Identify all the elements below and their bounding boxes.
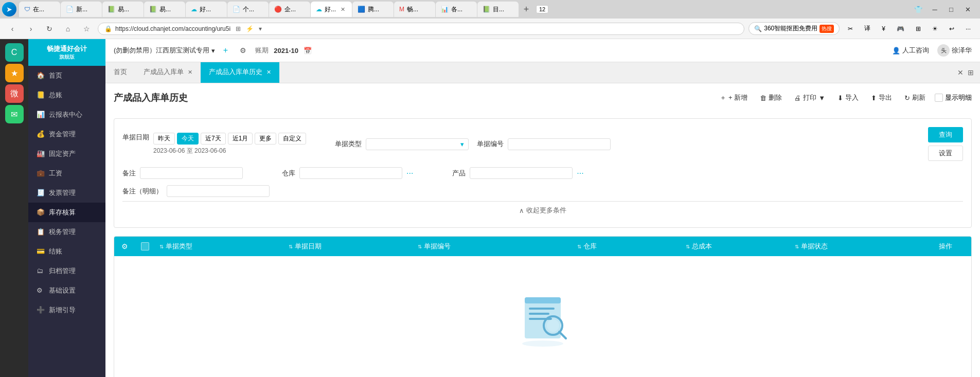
light-tool[interactable]: ☀	[928, 24, 942, 34]
browser-tab-10[interactable]: M 畅...	[394, 2, 435, 17]
date-filter-label: 单据日期	[122, 133, 149, 142]
warehouse-filter-input[interactable]	[299, 167, 402, 179]
col-header-no[interactable]: ⇅ 单据编号	[414, 237, 573, 256]
bookmark-button[interactable]: ☆	[79, 22, 94, 36]
sidebar-item-home[interactable]: 🏠 首页	[28, 66, 105, 85]
browser-tab-1[interactable]: 🛡 在...	[19, 2, 60, 17]
col-header-warehouse[interactable]: ⇅ 仓库	[573, 237, 682, 256]
browser-tab-8[interactable]: ☁ 好... ✕	[311, 2, 352, 17]
app-icon-star[interactable]: ★	[5, 64, 24, 82]
sidebar-item-fixed[interactable]: 🏭 固定资产	[28, 144, 105, 164]
company-select[interactable]: (勿删勿禁用）江西朋宝测试专用 ▾	[114, 46, 215, 55]
refresh-button[interactable]: ↻ 刷新	[901, 92, 929, 104]
minimize-button[interactable]: ─	[929, 3, 941, 15]
col-header-type[interactable]: ⇅ 单据类型	[155, 237, 284, 256]
scissors-tool[interactable]: ✂	[844, 24, 857, 34]
delete-button[interactable]: 🗑 删除	[757, 92, 785, 104]
date-btn-today[interactable]: 今天	[177, 133, 199, 145]
browser-tab-12[interactable]: 📗 目...	[477, 2, 519, 17]
back-button[interactable]: ‹	[5, 22, 20, 36]
product-filter-input[interactable]	[470, 167, 573, 179]
date-btn-more[interactable]: 更多	[255, 133, 276, 145]
filter-settings-button[interactable]: 设置	[928, 146, 963, 161]
table-settings-icon[interactable]: ⚙	[114, 237, 135, 256]
page-tab-list-close[interactable]: ✕	[188, 69, 192, 76]
company-name: (勿删勿禁用）江西朋宝测试专用	[114, 46, 209, 55]
sidebar-item-ledger[interactable]: 📒 总账	[28, 85, 105, 105]
sidebar-item-archive[interactable]: 🗂 归档管理	[28, 261, 105, 281]
browser-nav-icon[interactable]: ➤	[2, 2, 16, 16]
calendar-icon[interactable]: 📅	[304, 47, 312, 55]
display-checkbox[interactable]	[935, 94, 943, 102]
refresh-button[interactable]: ↻	[42, 22, 57, 36]
collapse-button[interactable]: ∧ 收起更多条件	[122, 201, 963, 219]
col-header-date[interactable]: ⇅ 单据日期	[284, 237, 414, 256]
sidebar-item-report[interactable]: 📊 云报表中心	[28, 105, 105, 124]
more-tool[interactable]: ···	[961, 24, 975, 34]
sidebar-item-settings[interactable]: ⚙ 基础设置	[28, 281, 105, 300]
product-dots[interactable]: ···	[577, 169, 583, 178]
sidebar-item-invoice[interactable]: 🧾 发票管理	[28, 183, 105, 203]
search-bar[interactable]: 🔍 360智能抠图免费用 热搜	[749, 22, 840, 35]
import-button[interactable]: ⬇ 导入	[834, 92, 862, 104]
url-bar[interactable]: 🔒 https://cloud.chanjet.com/accounting/u…	[98, 23, 744, 35]
type-filter-select[interactable]: ▾	[366, 138, 469, 150]
browser-tab-5[interactable]: ☁ 好...	[186, 2, 227, 17]
remark-detail-filter-input[interactable]	[167, 185, 270, 197]
display-detail-toggle[interactable]: 显示明细	[935, 93, 972, 102]
new-tab-button[interactable]: +	[519, 2, 533, 16]
date-btn-1month[interactable]: 近1月	[228, 133, 253, 145]
home-button[interactable]: ⌂	[61, 22, 75, 36]
browser-tab-7[interactable]: 🔴 企...	[269, 2, 310, 17]
browser-tab-2[interactable]: 📄 新...	[61, 2, 102, 17]
date-btn-7days[interactable]: 近7天	[201, 133, 226, 145]
tab-area-close-icon[interactable]: ✕	[957, 68, 964, 77]
user-menu[interactable]: 头 徐泽华	[937, 44, 972, 57]
dropdown-arrow[interactable]: ▾	[259, 25, 262, 32]
print-button[interactable]: 🖨 打印 ▼	[791, 92, 828, 104]
shirt-icon-btn[interactable]: 👕	[912, 3, 924, 15]
col-header-cost[interactable]: ⇅ 总成本	[682, 237, 791, 256]
sidebar-item-checkout[interactable]: 💳 结账	[28, 242, 105, 261]
forward-button[interactable]: ›	[24, 22, 38, 36]
close-button[interactable]: ✕	[961, 3, 974, 15]
app-icon-weibo[interactable]: 微	[5, 84, 24, 103]
app-icon-chanjet[interactable]: C	[5, 43, 24, 62]
warehouse-dots[interactable]: ···	[406, 169, 413, 178]
back-tool[interactable]: ↩	[945, 24, 958, 34]
remark-filter-input[interactable]	[140, 167, 243, 179]
no-filter-input[interactable]	[508, 138, 611, 150]
sidebar-item-fund[interactable]: 💰 资金管理	[28, 124, 105, 144]
add-button[interactable]: ＋ + 新增	[717, 92, 751, 104]
maximize-button[interactable]: □	[945, 3, 957, 15]
query-button[interactable]: 查询	[928, 127, 963, 142]
browser-tab-6[interactable]: 📄 个...	[227, 2, 269, 17]
translate-tool[interactable]: 译	[860, 23, 875, 34]
add-company-button[interactable]: +	[220, 45, 230, 56]
browser-tab-11[interactable]: 📊 各...	[436, 2, 477, 17]
sidebar-item-payroll[interactable]: 💼 工资	[28, 164, 105, 183]
company-settings-button[interactable]: ⚙	[236, 43, 250, 58]
sidebar-item-more[interactable]: ➕ 新增引导	[28, 300, 105, 320]
yuan-tool[interactable]: ¥	[878, 24, 889, 34]
grid-tool[interactable]: ⊞	[912, 24, 925, 34]
tab-8-close[interactable]: ✕	[341, 6, 345, 13]
browser-tab-4[interactable]: 📗 易...	[144, 2, 185, 17]
page-tab-home[interactable]: 首页	[105, 62, 135, 83]
col-header-status[interactable]: ⇅ 单据状态	[791, 237, 920, 256]
page-tab-history-close[interactable]: ✕	[266, 69, 271, 76]
page-tab-list[interactable]: 产成品入库单 ✕	[135, 62, 201, 83]
page-tab-history[interactable]: 产成品入库单历史 ✕	[201, 62, 279, 83]
browser-tab-9[interactable]: 🟦 腾...	[352, 2, 394, 17]
sidebar-item-tax[interactable]: 📋 税务管理	[28, 222, 105, 242]
date-btn-yesterday[interactable]: 昨天	[153, 133, 175, 145]
export-button[interactable]: ⬆ 导出	[868, 92, 895, 104]
sidebar-item-inventory[interactable]: 📦 库存核算	[28, 203, 105, 222]
date-btn-custom[interactable]: 自定义	[278, 133, 306, 145]
table-select-all-checkbox[interactable]	[135, 237, 155, 256]
tab-area-more-icon[interactable]: ⊞	[968, 68, 974, 77]
app-icon-mail[interactable]: ✉	[5, 105, 24, 123]
browser-tab-3[interactable]: 📗 易...	[102, 2, 144, 17]
service-button[interactable]: 👤 人工咨询	[892, 46, 929, 55]
game-tool[interactable]: 🎮	[893, 24, 908, 34]
